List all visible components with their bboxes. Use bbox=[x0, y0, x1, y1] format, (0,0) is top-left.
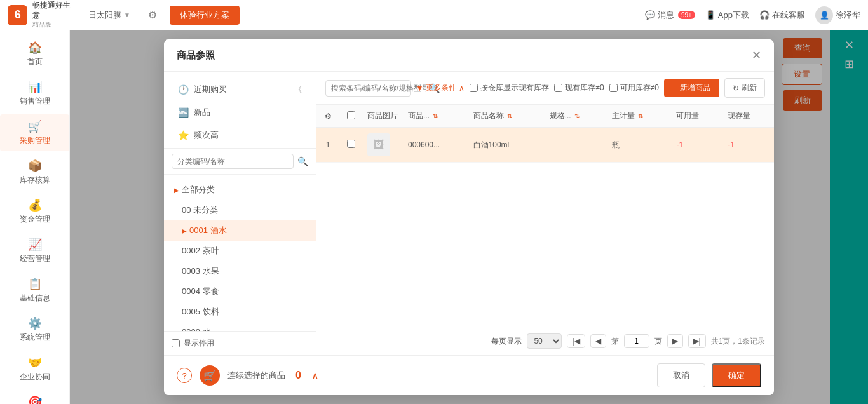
filter-icon: ▼ bbox=[416, 84, 424, 93]
prev-page-button[interactable]: ◀ bbox=[590, 334, 606, 348]
logo-area: 6 畅捷通好生意 精品版 bbox=[8, 1, 78, 29]
modal-body: 🕐 近期购买 《 🆕 新品 ⭐ 频次高 bbox=[164, 72, 774, 355]
frequent-icon: ⭐ bbox=[178, 130, 189, 140]
row-checkbox[interactable] bbox=[347, 140, 355, 148]
page-size-select[interactable]: 10 20 50 100 bbox=[527, 333, 562, 349]
recent-purchase-nav[interactable]: 🕐 近期购买 《 bbox=[172, 79, 308, 100]
category-water[interactable]: 0008 水 bbox=[164, 322, 316, 331]
top-nav: 6 畅捷通好生意 精品版 日太阳膜 ▼ ⚙ 体验行业方案 💬 消息 99+ 📱 … bbox=[0, 0, 868, 30]
refresh-label: 刷新 bbox=[742, 83, 757, 93]
page-suffix: 页 bbox=[654, 336, 662, 347]
home-icon: 🏠 bbox=[28, 41, 42, 55]
category-label: 0004 零食 bbox=[182, 286, 219, 297]
show-disabled-checkbox[interactable] bbox=[172, 339, 180, 347]
page-size-label: 每页显示 bbox=[491, 336, 522, 347]
table-row[interactable]: 1 🖼 000600... 白酒100ml bbox=[316, 128, 774, 163]
col-spec[interactable]: 规格... ⇅ bbox=[545, 105, 607, 128]
col-img: 商品图片 bbox=[362, 105, 403, 128]
category-alcohol[interactable]: ▶ 0001 酒水 bbox=[164, 220, 316, 241]
help-icon[interactable]: ? bbox=[177, 368, 192, 383]
enterprise-icon: 🤝 bbox=[28, 356, 42, 370]
sidebar: 🏠 首页 📊 销售管理 🛒 采购管理 📦 库存核算 💰 资金管理 📈 经营管理 … bbox=[0, 30, 70, 404]
sidebar-item-home[interactable]: 🏠 首页 bbox=[0, 36, 69, 72]
page-total: 共1页，1条记录 bbox=[711, 336, 765, 347]
service-label: 在线客服 bbox=[772, 10, 805, 21]
sidebar-item-basic-info[interactable]: 📋 基础信息 bbox=[0, 272, 69, 309]
available-label: 可用库存≠0 bbox=[620, 83, 659, 93]
first-page-button[interactable]: |◀ bbox=[567, 334, 585, 348]
product-reference-modal: 商品参照 ✕ 🕐 近期购买 《 � bbox=[164, 39, 774, 395]
available-checkbox[interactable] bbox=[609, 84, 618, 92]
main-area: 查询 设置 刷新 ✕ ⊞ 商品参照 ✕ bbox=[70, 30, 868, 404]
sidebar-item-guide[interactable]: 🎯 新手引导 bbox=[0, 390, 69, 404]
confirm-button[interactable]: 确定 bbox=[712, 363, 761, 387]
recent-icon: 🕐 bbox=[178, 84, 189, 95]
logo-icon: 6 bbox=[8, 5, 27, 25]
add-product-button[interactable]: + 新增商品 bbox=[664, 79, 719, 97]
cell-available: -1 bbox=[671, 128, 722, 163]
product-search-input[interactable] bbox=[331, 84, 426, 93]
modal-close-icon[interactable]: ✕ bbox=[752, 48, 761, 62]
message-icon: 💬 bbox=[645, 10, 655, 20]
nav-dropdown[interactable]: 日太阳膜 ▼ bbox=[78, 0, 140, 30]
category-fruit[interactable]: 0003 水果 bbox=[164, 261, 316, 281]
sidebar-item-sales[interactable]: 📊 销售管理 bbox=[0, 75, 69, 112]
app-label: App下载 bbox=[718, 10, 749, 21]
category-snack[interactable]: 0004 零食 bbox=[164, 281, 316, 302]
col-code[interactable]: 商品... ⇅ bbox=[403, 105, 468, 128]
col-available: 可用量 bbox=[671, 105, 722, 128]
stock-checkbox[interactable] bbox=[554, 84, 562, 92]
last-page-button[interactable]: ▶| bbox=[688, 334, 706, 348]
continuous-select-label: 连续选择的商品 bbox=[227, 370, 285, 381]
category-label: 0008 水 bbox=[182, 327, 211, 331]
online-service-button[interactable]: 🎧 在线客服 bbox=[759, 10, 805, 21]
logo-text: 畅捷通好生意 bbox=[32, 1, 78, 20]
trial-button[interactable]: 体验行业方案 bbox=[170, 6, 240, 25]
sidebar-item-operations[interactable]: 📈 经营管理 bbox=[0, 232, 69, 269]
user-menu[interactable]: 👤 徐泽华 bbox=[815, 6, 860, 24]
sidebar-item-finance[interactable]: 💰 资金管理 bbox=[0, 193, 69, 230]
new-product-nav[interactable]: 🆕 新品 bbox=[172, 102, 308, 123]
warehouse-checkbox[interactable] bbox=[470, 84, 478, 92]
page-input[interactable] bbox=[624, 334, 649, 348]
filter-button[interactable]: ▼ 更多条件 ∧ bbox=[416, 83, 465, 93]
sidebar-item-inventory[interactable]: 📦 库存核算 bbox=[0, 154, 69, 191]
pagination-area: 每页显示 10 20 50 100 |◀ ◀ 第 页 bbox=[316, 327, 774, 355]
collapse-footer-icon[interactable]: ∧ bbox=[311, 370, 319, 382]
sidebar-item-enterprise[interactable]: 🤝 企业协同 bbox=[0, 351, 69, 387]
category-tea[interactable]: 0002 茶叶 bbox=[164, 241, 316, 261]
category-uncategorized[interactable]: 00 未分类 bbox=[164, 200, 316, 220]
cell-seq: 1 bbox=[316, 128, 339, 163]
col-stock: 现存量 bbox=[722, 105, 774, 128]
frequent-nav[interactable]: ⭐ 频次高 bbox=[172, 125, 308, 145]
refresh-button[interactable]: ↻ 刷新 bbox=[724, 78, 765, 98]
category-all[interactable]: ▶ 全部分类 bbox=[164, 180, 316, 200]
sidebar-item-label: 资金管理 bbox=[20, 214, 50, 225]
category-search-input[interactable] bbox=[172, 154, 294, 169]
app-download-button[interactable]: 📱 App下载 bbox=[705, 10, 749, 21]
sort-unit-icon: ⇅ bbox=[638, 112, 643, 119]
sidebar-item-system[interactable]: ⚙️ 系统管理 bbox=[0, 311, 69, 348]
cell-name: 白酒100ml bbox=[468, 128, 545, 163]
category-search-icon[interactable]: 🔍 bbox=[297, 156, 308, 166]
sales-icon: 📊 bbox=[28, 80, 42, 94]
sidebar-item-purchase[interactable]: 🛒 采购管理 bbox=[0, 114, 69, 151]
category-beverage[interactable]: 0005 饮料 bbox=[164, 302, 316, 322]
cart-button[interactable]: 🛒 bbox=[200, 365, 220, 386]
select-count: 0 bbox=[295, 370, 301, 381]
cell-stock: -1 bbox=[722, 128, 774, 163]
col-name[interactable]: 商品名称 ⇅ bbox=[468, 105, 545, 128]
avatar: 👤 bbox=[815, 6, 833, 24]
settings-icon[interactable]: ⚙ bbox=[140, 9, 165, 21]
table-header-row: ⚙ 商品图片 商品... ⇅ bbox=[316, 105, 774, 128]
settings-table-icon[interactable]: ⚙ bbox=[325, 112, 332, 121]
next-page-button[interactable]: ▶ bbox=[667, 334, 683, 348]
cancel-button[interactable]: 取消 bbox=[657, 363, 705, 387]
col-unit[interactable]: 主计量 ⇅ bbox=[607, 105, 671, 128]
messages-button[interactable]: 💬 消息 99+ bbox=[645, 10, 695, 21]
dropdown-arrow-icon: ▼ bbox=[124, 11, 130, 18]
frequent-label: 频次高 bbox=[194, 130, 219, 141]
modal-footer: ? 🛒 连续选择的商品 0 ∧ 取消 确定 bbox=[164, 355, 774, 395]
select-all-checkbox[interactable] bbox=[347, 111, 355, 119]
guide-icon: 🎯 bbox=[28, 395, 42, 404]
